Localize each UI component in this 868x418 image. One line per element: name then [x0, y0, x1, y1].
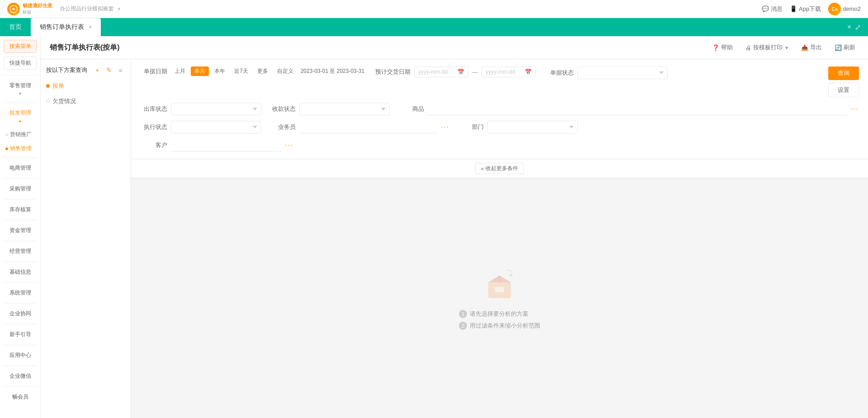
- filter-row-4: 客户 ···: [140, 139, 859, 152]
- settings-button[interactable]: 设置: [828, 83, 859, 97]
- sidebar-divider-3: [4, 157, 37, 158]
- tab-home[interactable]: 首页: [0, 18, 31, 36]
- empty-tips: 1 请先选择要分析的方案 2 用过滤条件来缩小分析范围: [459, 310, 540, 330]
- collapse-scheme-icon[interactable]: «: [116, 66, 125, 75]
- sidebar-search-area: 搜索菜单: [0, 36, 40, 55]
- date-btn-this-year[interactable]: 本年: [211, 66, 229, 76]
- tab-close-icon[interactable]: ×: [89, 24, 92, 30]
- empty-tip-2: 2 用过滤条件来缩小分析范围: [459, 322, 540, 330]
- content-area: 销售订单执行表(按单) ❓ 帮助 🖨 按模板打印 ▾ 📤 导出 🔄 刷新: [41, 36, 868, 418]
- exec-status-select[interactable]: [171, 121, 261, 133]
- sidebar-item-wholesale[interactable]: 批发管理 ▴: [0, 104, 40, 128]
- sidebar: 搜索菜单 快捷导航 零售管理 ▾ 批发管理 ▴ 营销推广 销售管理 电商管理 采…: [0, 36, 41, 418]
- sidebar-divider-9: [4, 282, 37, 283]
- sidebar-item-guide[interactable]: 新手引导: [0, 326, 40, 343]
- sidebar-sub-item-sales[interactable]: 销售管理: [0, 142, 40, 156]
- sidebar-item-wechat[interactable]: 企业微信: [0, 368, 40, 385]
- sub-item-dot: [5, 133, 8, 136]
- query-button[interactable]: 查询: [828, 66, 859, 80]
- empty-tip-1: 1 请先选择要分析的方案: [459, 310, 540, 318]
- page-header: 销售订单执行表(按单) ❓ 帮助 🖨 按模板打印 ▾ 📤 导出 🔄 刷新: [41, 36, 868, 59]
- salesperson-group: 业务员 ···: [269, 121, 449, 133]
- sidebar-item-inventory[interactable]: 库存核算: [0, 201, 40, 218]
- nav-controls: × ⤢: [847, 23, 868, 32]
- window-close-button[interactable]: ×: [847, 23, 851, 31]
- date-range-text: 2023-03-01 至 2023-03-31: [301, 67, 364, 75]
- sidebar-item-appstore[interactable]: 应用中心: [0, 347, 40, 364]
- refresh-button[interactable]: 🔄 刷新: [831, 42, 859, 53]
- search-menu-button[interactable]: 搜索菜单: [4, 40, 37, 53]
- sidebar-divider-7: [4, 241, 37, 241]
- window-expand-button[interactable]: ⤢: [855, 23, 861, 32]
- top-bar-left: 畅捷通好生意 标版 办公用品行业模拟账套 ▾: [7, 2, 121, 15]
- sidebar-item-label: 基础信息: [9, 268, 31, 276]
- print-icon: 🖨: [745, 44, 751, 51]
- customer-dots-icon[interactable]: ···: [285, 141, 294, 149]
- add-scheme-icon[interactable]: +: [93, 66, 102, 75]
- date-btn-7days[interactable]: 近7天: [231, 66, 252, 76]
- app-download-button[interactable]: 📱 App下载: [790, 5, 821, 13]
- message-button[interactable]: 💬 消息: [762, 5, 783, 13]
- sidebar-item-label: 畅会员: [12, 393, 28, 401]
- forecast-date-group: 预计交货日期 yyyy-mm-dd 📅 — yyyy-mm-dd 📅: [375, 66, 536, 77]
- sidebar-divider-12: [4, 345, 37, 345]
- goods-dots-icon[interactable]: ···: [850, 105, 859, 113]
- collapse-chevron-icon: «: [481, 166, 484, 172]
- app-title-dropdown-icon[interactable]: ▾: [118, 5, 121, 12]
- dept-select[interactable]: [487, 121, 578, 133]
- date-btn-more[interactable]: 更多: [254, 66, 272, 76]
- collapse-button[interactable]: « 收起更多条件: [475, 163, 524, 174]
- quick-nav-button[interactable]: 快捷导航: [4, 57, 37, 70]
- receipt-status-select[interactable]: [299, 103, 390, 115]
- message-icon: 💬: [762, 5, 769, 12]
- sidebar-item-operation[interactable]: 经营管理: [0, 243, 40, 260]
- sidebar-item-basic[interactable]: 基础信息: [0, 264, 40, 280]
- sidebar-divider-5: [4, 199, 37, 200]
- middle-area: 按以下方案查询 + ✎ « 按单 欠货情况: [41, 59, 868, 418]
- scheme-item-by-debt[interactable]: 欠货情况: [41, 94, 131, 109]
- sidebar-item-label: 零售管理: [9, 82, 31, 90]
- page-header-actions: ❓ 帮助 🖨 按模板打印 ▾ 📤 导出 🔄 刷新: [708, 42, 859, 59]
- doc-status-select[interactable]: [577, 66, 668, 79]
- forecast-date-to-input[interactable]: yyyy-mm-dd 📅: [481, 66, 536, 77]
- sidebar-sub-item-marketing[interactable]: 营销推广: [0, 128, 40, 142]
- scheme-filter-panel: 按以下方案查询 + ✎ « 按单 欠货情况: [41, 59, 131, 418]
- edit-scheme-icon[interactable]: ✎: [104, 66, 113, 75]
- top-bar: 畅捷通好生意 标版 办公用品行业模拟账套 ▾ 💬 消息 📱 App下载 Ea d…: [0, 0, 868, 18]
- date-btn-last-month[interactable]: 上月: [171, 66, 189, 76]
- dept-label: 部门: [457, 123, 484, 131]
- scheme-item-by-order[interactable]: 按单: [41, 78, 131, 94]
- filter-row-1: 单据日期 上月 本月 本年 近7天 更多 自定义 2023-03-01 至 20…: [140, 66, 859, 97]
- sidebar-item-label: 库存核算: [9, 206, 31, 214]
- collapse-bar: « 收起更多条件: [131, 159, 868, 178]
- forecast-date-from-input[interactable]: yyyy-mm-dd 📅: [414, 66, 468, 77]
- scheme-item-label: 欠货情况: [52, 97, 76, 105]
- out-status-select[interactable]: [171, 103, 261, 115]
- sidebar-item-retail[interactable]: 零售管理 ▾: [0, 77, 40, 100]
- sidebar-item-system[interactable]: 系统管理: [0, 285, 40, 301]
- sub-item-active-dot: [5, 147, 8, 150]
- user-profile[interactable]: Ea demo2: [828, 3, 861, 15]
- logo-area: 畅捷通好生意 标版: [7, 2, 52, 15]
- sidebar-item-enterprise[interactable]: 企业协同: [0, 305, 40, 322]
- sidebar-item-label: 批发管理: [9, 109, 31, 117]
- date-btn-this-month[interactable]: 本月: [191, 66, 209, 76]
- sidebar-divider-11: [4, 324, 37, 324]
- nav-tabs: 首页 销售订单执行表 × × ⤢: [0, 18, 868, 36]
- print-dropdown-icon: ▾: [785, 44, 788, 51]
- print-button[interactable]: 🖨 按模板打印 ▾: [742, 42, 792, 53]
- export-icon: 📤: [801, 44, 808, 51]
- sidebar-sub-label: 销售管理: [10, 145, 32, 152]
- date-quick-btns: 上月 本月 本年 近7天 更多 自定义: [171, 66, 297, 76]
- doc-status-label: 单据状态: [547, 69, 574, 77]
- export-button[interactable]: 📤 导出: [797, 42, 826, 53]
- sidebar-item-purchase[interactable]: 采购管理: [0, 180, 40, 197]
- sidebar-item-member[interactable]: 畅会员: [0, 389, 40, 405]
- sidebar-item-finance[interactable]: 资金管理: [0, 222, 40, 239]
- sidebar-item-ecommerce[interactable]: 电商管理: [0, 160, 40, 176]
- salesperson-dots-icon[interactable]: ···: [441, 123, 449, 131]
- tab-active[interactable]: 销售订单执行表 ×: [31, 18, 101, 36]
- app-title: 办公用品行业模拟账套: [60, 5, 114, 13]
- date-btn-custom[interactable]: 自定义: [274, 66, 297, 76]
- help-button[interactable]: ❓ 帮助: [708, 42, 736, 53]
